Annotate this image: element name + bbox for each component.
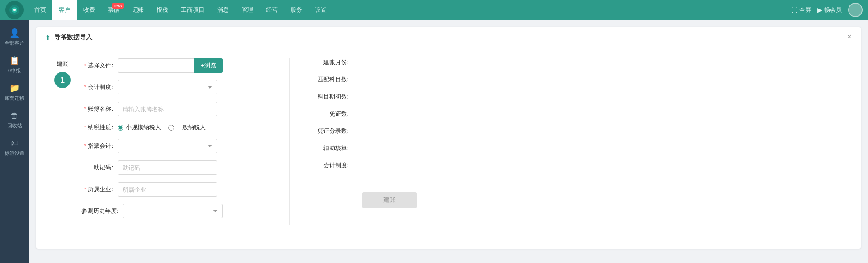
memo-input[interactable]	[118, 160, 217, 175]
tax-general-label[interactable]: 一般纳税人	[168, 123, 206, 132]
tax-type-radio-group: 小规模纳税人 一般纳税人	[118, 123, 206, 132]
form-section: 选择文件: +浏览 会计制度:	[81, 58, 271, 225]
build-button[interactable]: 建账	[362, 192, 417, 208]
sidebar-item-declaration[interactable]: 📋 0申报	[0, 51, 29, 79]
browse-button[interactable]: +浏览	[194, 58, 223, 73]
declaration-icon: 📋	[9, 56, 19, 66]
memo-label: 助记码:	[81, 164, 118, 172]
account-migration-icon: 📁	[9, 83, 19, 93]
build-month-row: 建账月份:	[308, 58, 471, 66]
nav-billing[interactable]: 收费	[77, 0, 101, 20]
step-label: 建账	[57, 60, 68, 68]
info-section: 建账月份: 匹配科目数: 科目期初数: 凭证数:	[308, 58, 471, 225]
initial-period-row: 科目期初数:	[308, 93, 471, 101]
voucher-count-label: 凭证数:	[308, 110, 353, 118]
accountant-label: 指派会计:	[81, 142, 118, 150]
nav-manage[interactable]: 管理	[235, 0, 260, 20]
sidebar-item-tag-settings[interactable]: 🏷 标签设置	[0, 134, 29, 161]
topnav-right: ⛶ 全屏 ▶ 畅会员	[791, 3, 863, 17]
history-year-label: 参照历史年度:	[81, 207, 123, 215]
memo-row: 助记码:	[81, 160, 271, 175]
sidebar-item-recycle[interactable]: 🗑 回收站	[0, 106, 29, 134]
initial-period-label: 科目期初数:	[308, 93, 353, 101]
company-input[interactable]	[118, 182, 217, 197]
info-btn-row: 建账	[308, 178, 471, 208]
dialog-header: ⬆ 导爷数据导入 ×	[36, 27, 861, 47]
voucher-entries-label: 凭证分录数:	[308, 127, 353, 135]
accounting-system-select[interactable]	[118, 80, 217, 94]
topnav: 首页 客户 收费 票据 new 记账 报税 工商项目 消息 管理 经营 服务 设…	[0, 0, 868, 20]
form-divider	[289, 58, 290, 225]
dialog-body: 建账 1 选择文件: +浏览 会计制度:	[36, 47, 861, 236]
main-layout: 👤 全部客户 📋 0申报 📁 账套迁移 🗑 回收站 🏷 标签设置 ⬆ 导爷数据导…	[0, 20, 868, 263]
nav-home[interactable]: 首页	[28, 0, 52, 20]
tax-small-radio[interactable]	[118, 125, 123, 131]
file-label: 选择文件:	[81, 61, 118, 70]
company-label: 所属企业:	[81, 185, 118, 193]
dialog-header-icon: ⬆	[45, 34, 51, 41]
nav-services[interactable]: 服务	[284, 0, 308, 20]
fullscreen-btn[interactable]: ⛶ 全屏	[791, 6, 811, 14]
info-accounting-system-label: 会计制度:	[308, 161, 353, 169]
tax-general-radio[interactable]	[168, 125, 174, 131]
tax-type-row: 纳税性质: 小规模纳税人 一般纳税人	[81, 123, 271, 132]
match-accounts-row: 匹配科目数:	[308, 75, 471, 84]
nav-industrial[interactable]: 工商项目	[175, 0, 211, 20]
file-row: 选择文件: +浏览	[81, 58, 271, 73]
file-input[interactable]	[118, 58, 194, 73]
tax-small-label[interactable]: 小规模纳税人	[118, 123, 161, 132]
nav-bookkeeping[interactable]: 记账	[126, 0, 150, 20]
sidebar-item-all-clients[interactable]: 👤 全部客户	[0, 23, 29, 51]
build-month-label: 建账月份:	[308, 58, 353, 66]
logo[interactable]	[5, 1, 24, 19]
dialog-card: ⬆ 导爷数据导入 × 建账 1 选择文件:	[36, 27, 861, 249]
history-year-select[interactable]	[123, 204, 223, 218]
all-clients-icon: 👤	[9, 28, 19, 38]
member-icon: ▶	[817, 6, 822, 14]
nav-message[interactable]: 消息	[211, 0, 235, 20]
fullscreen-icon: ⛶	[791, 6, 797, 14]
nav-settings[interactable]: 设置	[308, 0, 333, 20]
company-row: 所属企业:	[81, 182, 271, 197]
dialog-title: 导爷数据导入	[54, 33, 92, 42]
tax-type-label: 纳税性质:	[81, 123, 118, 132]
file-input-group: +浏览	[118, 58, 223, 73]
nav-invoice[interactable]: 票据 new	[101, 0, 126, 20]
dialog-close-button[interactable]: ×	[847, 33, 852, 41]
nav-clients[interactable]: 客户	[52, 0, 77, 20]
match-accounts-label: 匹配科目数:	[308, 75, 353, 84]
history-year-row: 参照历史年度:	[81, 204, 271, 218]
invoice-badge: new	[112, 3, 124, 9]
step-circle: 1	[54, 72, 71, 88]
voucher-entries-row: 凭证分录数:	[308, 127, 471, 135]
auxiliary-row: 辅助核算:	[308, 144, 471, 152]
ledger-name-label: 账簿名称:	[81, 105, 118, 113]
auxiliary-label: 辅助核算:	[308, 144, 353, 152]
nav-tax[interactable]: 报税	[150, 0, 175, 20]
sidebar: 👤 全部客户 📋 0申报 📁 账套迁移 🗑 回收站 🏷 标签设置	[0, 20, 29, 263]
accounting-system-label: 会计制度:	[81, 83, 118, 91]
ledger-name-row: 账簿名称:	[81, 102, 271, 116]
step-section: 建账 1	[54, 60, 71, 225]
sidebar-item-account-migration[interactable]: 📁 账套迁移	[0, 79, 29, 106]
recycle-icon: 🗑	[9, 111, 19, 121]
accountant-select[interactable]	[118, 139, 217, 153]
avatar[interactable]	[848, 3, 863, 17]
tag-settings-icon: 🏷	[9, 138, 19, 148]
svg-point-1	[13, 9, 16, 11]
ledger-name-input[interactable]	[118, 102, 217, 116]
content-area: ⬆ 导爷数据导入 × 建账 1 选择文件:	[29, 20, 868, 263]
accounting-system-row: 会计制度:	[81, 80, 271, 94]
voucher-count-row: 凭证数:	[308, 110, 471, 118]
member-btn[interactable]: ▶ 畅会员	[817, 6, 842, 14]
accountant-row: 指派会计:	[81, 139, 271, 153]
info-accounting-system-row: 会计制度:	[308, 161, 471, 169]
nav-operations[interactable]: 经营	[260, 0, 284, 20]
